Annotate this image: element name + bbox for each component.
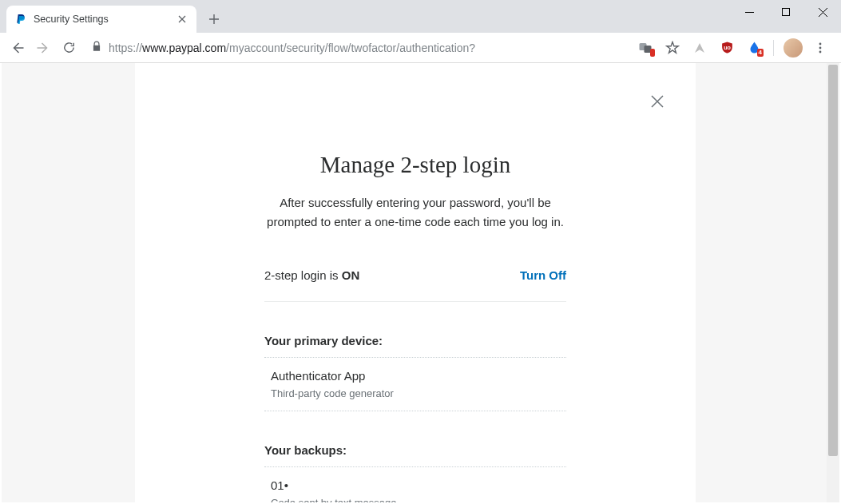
address-bar[interactable]: https://www.paypal.com/myaccount/securit… [83,36,631,60]
reload-button[interactable] [58,37,80,59]
status-label: 2-step login is ON [264,268,359,282]
backups-heading: Your backups: [264,443,566,466]
backup-device-row[interactable]: 01• Code sent by text message [264,466,566,502]
extension-drop-icon[interactable]: 4 [743,37,765,59]
page-subtitle: After successfully entering your passwor… [264,193,566,232]
window-controls [731,0,841,26]
url-host: www.paypal.com [142,42,226,54]
svg-point-6 [819,50,822,53]
svg-rect-0 [782,8,789,15]
browser-menu-button[interactable] [809,37,831,59]
bookmark-star-icon[interactable] [661,37,684,59]
status-row: 2-step login is ON Turn Off [264,268,566,302]
url-text: https://www.paypal.com/myaccount/securit… [109,42,475,54]
browser-tab[interactable]: Security Settings [6,6,196,33]
forward-button[interactable] [32,37,54,59]
tab-title: Security Settings [34,14,169,25]
svg-text:uo: uo [724,45,731,51]
status-prefix: 2-step login is [264,268,342,282]
scrollbar-track[interactable] [827,63,839,502]
scrollbar-thumb[interactable] [828,65,838,456]
status-value: ON [342,268,360,282]
titlebar: Security Settings [0,0,841,33]
profile-avatar[interactable] [782,37,804,59]
backup-device-name: 01• [271,478,566,492]
url-protocol: https:// [109,42,142,54]
minimize-button[interactable] [731,0,768,24]
url-path: /myaccount/security/flow/twofactor/authe… [226,42,475,54]
primary-device-name: Authenticator App [271,369,566,383]
primary-device-row[interactable]: Authenticator App Third-party code gener… [264,357,566,411]
extension-icon[interactable] [688,37,711,59]
extensions-area: uo 4 [634,37,835,59]
svg-point-4 [819,42,822,45]
modal-close-button[interactable] [648,92,667,111]
lock-icon [91,41,102,54]
translate-extension-icon[interactable] [634,37,657,59]
new-tab-button[interactable] [203,8,225,30]
extension-count-badge: 4 [757,49,764,57]
ublock-shield-icon[interactable]: uo [716,37,738,59]
back-button[interactable] [6,37,29,59]
avatar-icon [783,38,803,58]
turn-off-link[interactable]: Turn Off [520,268,566,282]
maximize-button[interactable] [768,0,804,24]
tab-close-icon[interactable] [176,13,188,26]
primary-device-subtitle: Third-party code generator [271,387,566,399]
primary-device-heading: Your primary device: [264,334,566,357]
extension-badge [650,49,655,57]
content-card: Manage 2-step login After successfully e… [135,63,696,502]
page-title: Manage 2-step login [264,151,566,179]
toolbar-divider [773,40,774,56]
paypal-favicon-icon [14,13,27,26]
backup-device-subtitle: Code sent by text message [271,497,566,502]
svg-point-5 [819,46,822,49]
window-close-button[interactable] [804,0,841,24]
page-viewport: Manage 2-step login After successfully e… [2,63,839,502]
browser-toolbar: https://www.paypal.com/myaccount/securit… [0,33,841,63]
